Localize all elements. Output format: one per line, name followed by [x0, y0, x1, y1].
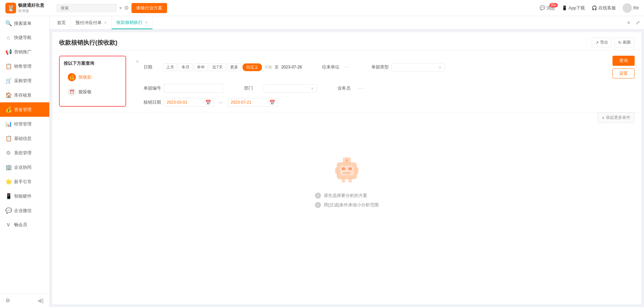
filter-option-receipt-label: 按收款	[78, 74, 92, 80]
hint-num-2: 2	[315, 202, 321, 208]
empty-robot-svg	[330, 152, 364, 186]
sidebar-item-sales[interactable]: 📋 销售管理	[0, 59, 49, 73]
more-button[interactable]: 更多	[227, 63, 241, 71]
tab-prepay-label: 预付冲应付单	[75, 20, 102, 26]
collapse-conditions-area: ∧ 收起更多条件	[52, 112, 641, 125]
tab-collection-close[interactable]: ×	[145, 20, 148, 25]
app-subtitle: 标准版	[18, 8, 44, 13]
tab-bar-actions: × ⤢	[626, 18, 641, 27]
date-range-text: 不限 至 2023-07-26	[265, 64, 302, 70]
7days-button[interactable]: 近7天	[209, 63, 226, 71]
settings-button[interactable]: 设置	[612, 68, 635, 79]
sidebar-item-wechat-biz[interactable]: 💬 企业微信	[0, 203, 49, 218]
header-search-area: ▾ ⚙ 体验行业方案	[56, 3, 536, 13]
inventory-icon: 🏠	[5, 92, 11, 98]
counterpart-select-button[interactable]: ···	[342, 64, 351, 70]
header-search-input[interactable]	[56, 4, 117, 12]
sidebar-item-quick-nav[interactable]: ⌂ 快捷导航	[0, 31, 49, 45]
doc-type-select[interactable]: ∨	[391, 63, 445, 71]
date-dash: —	[219, 100, 223, 105]
verify-date-start-input[interactable]	[167, 100, 204, 105]
empty-hint-2: 2 用[过滤]条件来缩小分析范围	[315, 202, 378, 208]
filter-actions: 查询 设置	[612, 56, 635, 79]
custom-date-button[interactable]: 自定义	[243, 63, 262, 71]
header-chevron-icon[interactable]: ▾	[119, 6, 121, 10]
message-button[interactable]: 💬 消息 99+	[540, 5, 555, 11]
this-year-button[interactable]: 本年	[194, 63, 208, 71]
sidebar-item-sys-mgmt[interactable]: ⚙ 系统管理	[0, 146, 49, 160]
tab-collection[interactable]: 收款核销执行 ×	[112, 16, 153, 29]
sidebar-collapse-icon[interactable]: ◀‖	[37, 297, 44, 304]
tab-prepay[interactable]: 预付冲应付单 ×	[71, 16, 112, 29]
page-header-actions: ↗ 导出 ↻ 刷新	[592, 38, 635, 47]
last-month-button[interactable]: 上月	[163, 63, 177, 71]
sidebar-item-label: 快捷导航	[14, 35, 32, 41]
sidebar-item-label: 搜索菜单	[14, 20, 32, 27]
app-title: 畅捷通好生意	[18, 3, 44, 8]
refresh-button[interactable]: ↻ 刷新	[614, 38, 635, 47]
sidebar-item-ops[interactable]: 📊 经营管理	[0, 117, 49, 131]
sidebar-item-basic-info[interactable]: 📋 基础信息	[0, 131, 49, 146]
filter-collapse-button[interactable]: «	[134, 58, 141, 64]
sidebar-item-member[interactable]: V 畅会员	[0, 218, 49, 232]
doc-type-label: 单据类型	[371, 64, 389, 70]
sidebar-item-label: 智能硬件	[14, 193, 32, 199]
export-button[interactable]: ↗ 导出	[592, 38, 612, 47]
app-download-button[interactable]: 📱 App下载	[562, 5, 585, 11]
doc-no-input[interactable]	[164, 84, 224, 93]
sidebar-item-enterprise[interactable]: 🏢 企业协同	[0, 160, 49, 174]
sidebar-item-smart-hw[interactable]: 📱 智能硬件	[0, 189, 49, 203]
tab-prepay-close[interactable]: ×	[104, 20, 107, 25]
svg-rect-4	[343, 172, 351, 173]
tab-bar: 首页 预付冲应付单 × 收款核销执行 × × ⤢	[50, 16, 644, 30]
smart-hw-icon: 📱	[5, 193, 11, 199]
tab-close-all-button[interactable]: ×	[626, 18, 632, 27]
sidebar-item-label: 销售管理	[14, 63, 32, 69]
collapse-conditions-button[interactable]: ∧ 收起更多条件	[597, 112, 635, 123]
sidebar-item-purchase[interactable]: 🛒 采购管理	[0, 73, 49, 88]
user-profile[interactable]: Rit	[623, 3, 639, 13]
doc-type-chevron-icon: ∨	[439, 65, 441, 69]
date-to-value: 2023-07-26	[281, 65, 302, 69]
online-service-button[interactable]: 🎧 在线客服	[592, 5, 616, 11]
calendar-start-icon: 📅	[205, 100, 211, 105]
sidebar-item-marketing[interactable]: 📢 营销推广	[0, 45, 49, 59]
finance-icon: 💰	[5, 106, 11, 113]
sidebar-item-finance[interactable]: 💰 资金管理	[0, 102, 49, 117]
industry-solution-button[interactable]: 体验行业方案	[131, 3, 167, 13]
empty-illustration	[330, 152, 364, 186]
refresh-label: 刷新	[623, 40, 631, 45]
tab-expand-button[interactable]: ⤢	[634, 18, 641, 27]
member-icon: V	[5, 222, 11, 227]
sidebar-item-guide[interactable]: 🌟 新手引导	[0, 174, 49, 189]
sidebar-settings-icon[interactable]: ⚙	[5, 297, 10, 304]
sidebar-item-inventory[interactable]: 🏠 库存核算	[0, 88, 49, 102]
svg-rect-5	[335, 167, 338, 174]
verify-date-end-picker[interactable]: 📅	[228, 98, 278, 107]
query-button[interactable]: 查询	[612, 56, 635, 66]
verify-date-end-input[interactable]	[231, 100, 268, 105]
sidebar-item-search-menu[interactable]: 🔍 搜索菜单	[0, 16, 49, 31]
staff-select-button[interactable]: ···	[357, 85, 366, 91]
header-gear-icon[interactable]: ⚙	[124, 5, 129, 11]
svg-rect-6	[356, 167, 359, 174]
sales-icon: 📋	[5, 63, 11, 69]
filter-option-by-receivable[interactable]: ⏰ 按应收	[64, 85, 121, 99]
dept-select[interactable]: ∨	[264, 84, 317, 93]
doc-no-field: 单据编号	[144, 84, 224, 93]
tab-home[interactable]: 首页	[52, 16, 71, 29]
staff-label: 业务员	[337, 85, 354, 91]
this-month-button[interactable]: 本月	[178, 63, 193, 71]
empty-hint-1: 1 请先选择要分析的方案	[315, 193, 378, 199]
verify-date-start-picker[interactable]: 📅	[164, 98, 214, 107]
calendar-end-icon: 📅	[269, 100, 275, 105]
filter-option-by-receipt[interactable]: 💰 按收款	[64, 70, 121, 84]
enterprise-icon: 🏢	[5, 164, 11, 170]
logo-icon: 🐰	[5, 3, 16, 13]
online-service-label: 在线客服	[598, 5, 616, 11]
date-field: 日期 上月 本月 本年 近7天 更多 自定义 不限 至	[144, 63, 302, 71]
online-service-icon: 🎧	[592, 5, 597, 10]
svg-rect-7	[342, 178, 345, 183]
logo-area: 🐰 畅捷通好生意 标准版	[5, 3, 52, 13]
export-icon: ↗	[595, 40, 599, 45]
